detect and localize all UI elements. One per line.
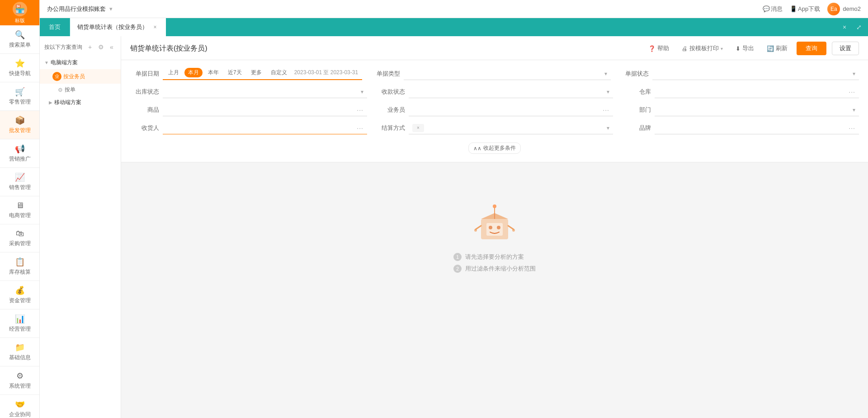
quick-nav-icon: ⭐ [15, 58, 25, 68]
product-input[interactable]: ··· [163, 104, 367, 116]
empty-steps: 1 请先选择要分析的方案 2 用过滤条件来缩小分析范围 [453, 253, 536, 273]
receipt-status-select[interactable]: ▾ [409, 86, 613, 98]
tab-close-window-btn[interactable]: × [839, 22, 850, 33]
app-download-icon: 📱 [790, 5, 797, 12]
tab-expand-btn[interactable]: ⤢ [854, 22, 864, 33]
sidebar-item-system[interactable]: ⚙ 系统管理 [0, 366, 39, 395]
header-right-actions: 💬 消息 📱 App下载 Ea demo2 [763, 3, 861, 15]
query-btn[interactable]: 查询 [797, 42, 826, 55]
product-more-icon: ··· [357, 106, 363, 114]
tree-salesman-label: 按业务员 [63, 73, 85, 81]
settings-btn[interactable]: 设置 [832, 42, 859, 55]
sidebar-item-label: 销售管理 [9, 184, 31, 191]
date-tab-last-month[interactable]: 上月 [165, 68, 183, 77]
sidebar-item-label: 批发管理 [9, 127, 31, 134]
empty-step-2: 2 用过滤条件来缩小分析范围 [453, 265, 536, 273]
receipt-status-label: 收款状态 [376, 88, 409, 96]
settings-scheme-btn[interactable]: ⚙ [96, 43, 105, 52]
sidebar-item-purchase[interactable]: 🛍 采购管理 [0, 224, 39, 252]
help-btn[interactable]: ❓ 帮助 [645, 43, 673, 54]
sidebar-item-enterprise[interactable]: 🤝 企业协同 [0, 395, 39, 418]
salesman-scheme-icon: 业 [52, 72, 61, 81]
tree-salesman-item[interactable]: 业 按业务员 [40, 69, 121, 84]
basic-icon: 📁 [15, 342, 25, 352]
collapse-btn-label: 收起更多条件 [483, 144, 516, 152]
date-tab-this-month[interactable]: 本月 [184, 68, 203, 77]
user-name: demo2 [843, 5, 861, 12]
empty-state: 1 请先选择要分析的方案 2 用过滤条件来缩小分析范围 [121, 162, 868, 300]
message-icon: 💬 [763, 5, 770, 12]
export-btn[interactable]: ⬇ 导出 [732, 43, 758, 54]
right-main: 销货单统计表(按业务员) ❓ 帮助 🖨 按模板打印 ▾ ⬇ 导出 [121, 36, 868, 418]
warehouse-more-icon: ··· [849, 88, 855, 95]
sidebar-item-label: 资金管理 [9, 297, 31, 304]
sidebar-item-ecommerce[interactable]: 🖥 电商管理 [0, 196, 39, 224]
sidebar-item-search-menu[interactable]: 🔍 搜索菜单 [0, 25, 39, 54]
collapse-btn[interactable]: ∧∧ 收起更多条件 [468, 142, 521, 154]
message-btn[interactable]: 💬 消息 [763, 5, 783, 13]
sidebar-item-quick-nav[interactable]: ⭐ 快捷导航 [0, 54, 39, 82]
consignee-input[interactable]: ··· [163, 122, 367, 134]
tab-home-label: 首页 [49, 23, 61, 31]
sidebar-item-retail[interactable]: 🛒 零售管理 [0, 82, 39, 111]
out-status-select[interactable]: ▾ [163, 86, 367, 98]
add-scheme-btn[interactable]: + [85, 43, 94, 52]
sidebar-item-marketing[interactable]: 📢 营销推广 [0, 139, 39, 168]
sidebar-item-basic[interactable]: 📁 基础信息 [0, 338, 39, 366]
collapse-panel-btn[interactable]: « [107, 43, 116, 52]
svg-point-7 [493, 204, 496, 208]
dept-dropdown-icon: ▾ [853, 107, 855, 113]
print-dropdown-icon: ▾ [721, 46, 723, 51]
tree-expand-icon: ▼ [44, 60, 49, 65]
print-icon: 🖨 [682, 45, 688, 52]
consignee-more-icon: ··· [357, 124, 363, 132]
tree-pc-section[interactable]: ▼ 电脑端方案 [40, 56, 121, 69]
sidebar-item-label: 经营管理 [9, 325, 31, 333]
salesman-input[interactable]: ··· [409, 104, 613, 116]
warehouse-input[interactable]: ··· [655, 86, 859, 98]
sidebar-item-finance[interactable]: 💰 资金管理 [0, 281, 39, 309]
help-label: 帮助 [657, 44, 669, 52]
sidebar-item-wholesale[interactable]: 📦 批发管理 [0, 111, 39, 139]
user-avatar: Ea [827, 3, 840, 15]
dept-label: 部门 [622, 106, 655, 114]
app-name: 办公用品行业模拟账套 [47, 5, 106, 13]
sidebar-item-inventory[interactable]: 📋 库存核算 [0, 252, 39, 281]
sidebar-item-operation[interactable]: 📊 经营管理 [0, 309, 39, 338]
step-1-label: 请先选择要分析的方案 [465, 253, 524, 261]
step-2-label: 用过滤条件来缩小分析范围 [465, 265, 536, 273]
template-print-btn[interactable]: 🖨 按模板打印 ▾ [678, 43, 726, 54]
marketing-icon: 📢 [15, 144, 25, 154]
tab-active-sales[interactable]: 销货单统计表（按业务员） × [70, 18, 166, 36]
order-status-select[interactable]: ▾ [652, 67, 859, 80]
filter-area: 单据日期 上月 本月 本年 近7天 更多 自定义 2023-03-01 至 20… [121, 60, 868, 162]
tree-mobile-section[interactable]: ▶ 移动端方案 [40, 96, 121, 109]
order-status-dropdown-icon: ▾ [853, 71, 855, 77]
scheme-tree: ▼ 电脑端方案 业 按业务员 ⚙ 按单 ▶ 移动端方案 [40, 54, 121, 111]
tree-order-item[interactable]: ⚙ 按单 [40, 84, 121, 96]
receipt-status-dropdown-icon: ▾ [607, 89, 609, 95]
left-panel-header: 按以下方案查询 + ⚙ « [40, 40, 121, 54]
date-tab-7days[interactable]: 近7天 [224, 68, 245, 77]
tab-close-btn[interactable]: × [151, 24, 159, 31]
dropdown-icon[interactable]: ▾ [109, 5, 113, 12]
svg-line-9 [508, 226, 514, 229]
tab-home[interactable]: 首页 [40, 18, 70, 36]
sidebar-item-label: 企业协同 [9, 411, 31, 418]
inventory-icon: 📋 [15, 257, 25, 267]
filter-row-3: 商品 ··· 业务员 ··· 部门 ▾ [130, 104, 859, 116]
filter-row-2: 出库状态 ▾ 收款状态 ▾ 仓库 ··· [130, 86, 859, 98]
date-tab-custom[interactable]: 自定义 [267, 68, 291, 77]
brand-input[interactable]: ··· [655, 122, 859, 134]
user-menu-btn[interactable]: Ea demo2 [827, 3, 861, 15]
sidebar-item-sales[interactable]: 📈 销售管理 [0, 168, 39, 196]
order-type-select[interactable]: ▾ [404, 67, 610, 80]
dept-select[interactable]: ▾ [655, 104, 859, 116]
close-window-icon: × [843, 24, 846, 31]
date-tab-more[interactable]: 更多 [247, 68, 265, 77]
refresh-btn[interactable]: 🔄 刷新 [763, 43, 791, 54]
date-tab-this-year[interactable]: 本年 [204, 68, 222, 77]
settlement-tag-close[interactable]: × [415, 125, 421, 131]
settlement-select[interactable]: × ▾ [409, 122, 613, 134]
app-download-btn[interactable]: 📱 App下载 [790, 5, 820, 13]
